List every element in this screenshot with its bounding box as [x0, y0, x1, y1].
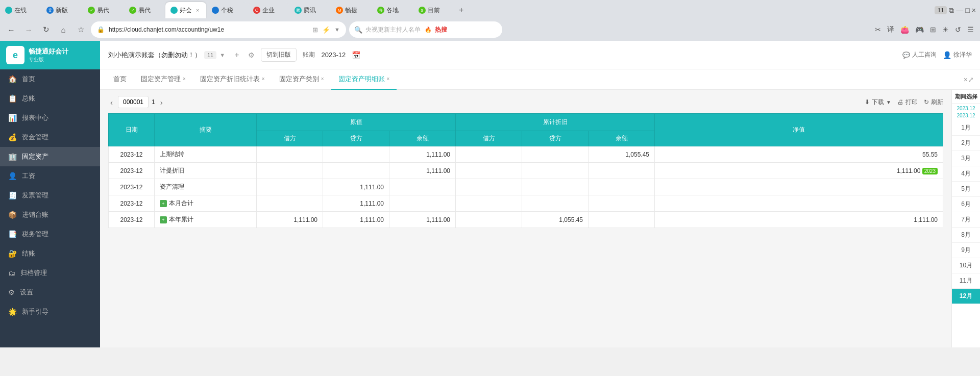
wallet-btn[interactable]: 👛 — [898, 23, 911, 36]
period-value: 2023-12 — [321, 51, 346, 59]
period-item-11月[interactable]: 11月 — [952, 273, 980, 289]
row-summary: 资产清理 — [155, 179, 257, 195]
company-selector[interactable]: 刘小艳演示账套（勿删勿动！） 11 ▼ — [108, 51, 225, 60]
browser-tab-3[interactable]: ✓ 易代 — [83, 2, 124, 18]
tab-asset-category[interactable]: 固定资产类别 × — [272, 69, 331, 90]
print-btn[interactable]: 🖨 打印 — [897, 98, 918, 107]
game-btn[interactable]: 🎮 — [913, 23, 926, 36]
refresh-btn[interactable]: ↻ 刷新 — [924, 98, 943, 107]
period-item-12月[interactable]: 12月 — [952, 289, 980, 304]
window-minimize-btn[interactable]: — — [956, 6, 963, 14]
period-date-2: 2023.12 — [955, 113, 976, 120]
sidebar-item-tax[interactable]: 📑 税务管理 — [0, 224, 100, 244]
company-name: 刘小艳演示账套（勿删勿动！） — [108, 51, 201, 60]
brightness-btn[interactable]: ☀ — [940, 23, 951, 36]
period-item-9月[interactable]: 9月 — [952, 243, 980, 258]
chevron-down-icon[interactable]: ▼ — [334, 27, 340, 33]
page-prev-btn[interactable]: ‹ — [108, 98, 115, 107]
lightning-icon[interactable]: ⚡ — [322, 26, 330, 34]
sidebar-item-invoice[interactable]: 🧾 发票管理 — [0, 186, 100, 205]
tab-11-label: 目前 — [428, 6, 440, 15]
tab-depreciation-stat[interactable]: 固定资产折旧统计表 × — [193, 69, 272, 90]
sidebar-item-home[interactable]: 🏠 首页 — [0, 69, 100, 89]
sidebar-item-guide[interactable]: 🌟 新手引导 — [0, 302, 100, 321]
tab-close-5[interactable]: × — [387, 76, 390, 82]
sidebar-item-salary[interactable]: 👤 工资 — [0, 166, 100, 186]
period-item-1月[interactable]: 1月 — [952, 120, 980, 136]
nav-back-btn[interactable]: ← — [4, 22, 18, 37]
browser-chrome: 在线 文 新版 ✓ 易代 ✓ 易代 好会 × 个税 C 企业 腾 — [0, 0, 980, 41]
app-header: 刘小艳演示账套（勿删勿动！） 11 ▼ + ⚙ 切到旧版 账期 2023-12 … — [100, 41, 980, 69]
browser-tab-9[interactable]: M 畅捷 — [331, 2, 372, 18]
browser-tab-7[interactable]: C 企业 — [248, 2, 289, 18]
browser-toolbar-buttons: ✂ 译 👛 🎮 ⊞ ☀ ↺ ☰ — [873, 23, 976, 36]
row-orig-balance: 1,111.00 — [389, 212, 456, 228]
page-input[interactable] — [118, 96, 149, 108]
page-next-btn[interactable]: › — [158, 98, 165, 107]
nav-bookmark-btn[interactable]: ☆ — [74, 22, 88, 37]
sidebar-item-inventory[interactable]: 📦 进销台账 — [0, 205, 100, 224]
period-item-5月[interactable]: 5月 — [952, 182, 980, 197]
row-summary: +本年累计 — [155, 212, 257, 228]
closing-icon: 🔐 — [8, 249, 17, 258]
sidebar-item-funds[interactable]: 💰 资金管理 — [0, 128, 100, 147]
sidebar-item-archive[interactable]: 🗂 归档管理 — [0, 263, 100, 283]
settings-company-btn[interactable]: ⚙ — [248, 51, 255, 59]
browser-tab-5[interactable]: 好会 × — [165, 2, 206, 18]
tab-close-window-btn[interactable]: × — [964, 76, 968, 84]
tab-fixed-assets-mgmt[interactable]: 固定资产管理 × — [134, 69, 193, 90]
tab-close-3[interactable]: × — [262, 76, 265, 82]
browser-tab-2[interactable]: 文 新版 — [41, 2, 82, 18]
nav-home-btn[interactable]: ⌂ — [56, 22, 70, 37]
browser-tab-6[interactable]: 个税 — [207, 2, 248, 18]
tab-close-2[interactable]: × — [183, 76, 186, 82]
grid-btn[interactable]: ⊞ — [928, 23, 938, 36]
add-company-btn[interactable]: + — [231, 49, 242, 61]
nav-reload-btn[interactable]: ↻ — [39, 22, 53, 37]
tab-3-label: 易代 — [97, 6, 109, 15]
address-bar[interactable]: 🔒 https://cloud.chanjet.com/accounting/u… — [91, 21, 346, 38]
period-item-2月[interactable]: 2月 — [952, 136, 980, 151]
company-dropdown-icon[interactable]: ▼ — [219, 52, 225, 58]
tab-home[interactable]: 首页 — [106, 69, 134, 90]
sidebar-item-fixed-assets[interactable]: 🏢 固定资产 — [0, 147, 100, 166]
window-restore-btn[interactable]: □ — [965, 6, 969, 14]
sidebar-item-settings[interactable]: ⚙ 设置 — [0, 283, 100, 302]
period-item-7月[interactable]: 7月 — [952, 212, 980, 228]
scissor-btn[interactable]: ✂ — [873, 23, 883, 36]
th-orig-credit: 贷方 — [323, 131, 389, 146]
consult-btn[interactable]: 💬 人工咨询 — [902, 51, 937, 59]
tab-5-close[interactable]: × — [196, 7, 199, 13]
tab-asset-ledger[interactable]: 固定资产明细账 × — [331, 69, 397, 90]
period-item-6月[interactable]: 6月 — [952, 197, 980, 212]
translate-btn[interactable]: 译 — [885, 23, 896, 36]
browser-tab-11[interactable]: S 目前 — [413, 2, 454, 18]
search-bar[interactable]: 🔍 央视更新主持人名单 🔥 热搜 — [349, 21, 502, 38]
switch-version-btn[interactable]: 切到旧版 — [261, 48, 297, 62]
new-tab-btn[interactable]: + — [455, 2, 468, 18]
calendar-icon[interactable]: 📅 — [352, 51, 360, 59]
tab-close-4[interactable]: × — [321, 76, 324, 82]
user-avatar-btn[interactable]: 👤 徐泽华 — [943, 51, 972, 59]
nav-forward-btn[interactable]: → — [21, 22, 36, 37]
menu-btn[interactable]: ☰ — [965, 23, 976, 36]
window-new-btn[interactable]: ⧉ — [949, 6, 954, 15]
sidebar-item-closing[interactable]: 🔐 结账 — [0, 244, 100, 263]
download-btn[interactable]: ⬇ 下载 ▼ — [865, 98, 891, 107]
sidebar-item-ledger[interactable]: 📋 总账 — [0, 89, 100, 108]
period-item-4月[interactable]: 4月 — [952, 166, 980, 182]
qr-icon[interactable]: ⊞ — [312, 26, 318, 34]
th-accum-balance: 余额 — [589, 131, 655, 146]
period-months-list: 1月2月3月4月5月6月7月8月9月10月11月12月 — [952, 120, 980, 304]
window-close-btn[interactable]: × — [972, 6, 976, 14]
browser-tab-10[interactable]: 各 各地 — [372, 2, 413, 18]
browser-tab-4[interactable]: ✓ 易代 — [124, 2, 165, 18]
tab-expand-btn[interactable]: ⤢ — [968, 76, 974, 84]
browser-tab-8[interactable]: 腾 腾讯 — [289, 2, 330, 18]
period-item-10月[interactable]: 10月 — [952, 258, 980, 273]
period-item-3月[interactable]: 3月 — [952, 151, 980, 166]
sidebar-item-reports[interactable]: 📊 报表中心 — [0, 108, 100, 128]
browser-tab-1[interactable]: 在线 — [0, 2, 41, 18]
history-btn[interactable]: ↺ — [953, 23, 963, 36]
period-item-8月[interactable]: 8月 — [952, 228, 980, 243]
